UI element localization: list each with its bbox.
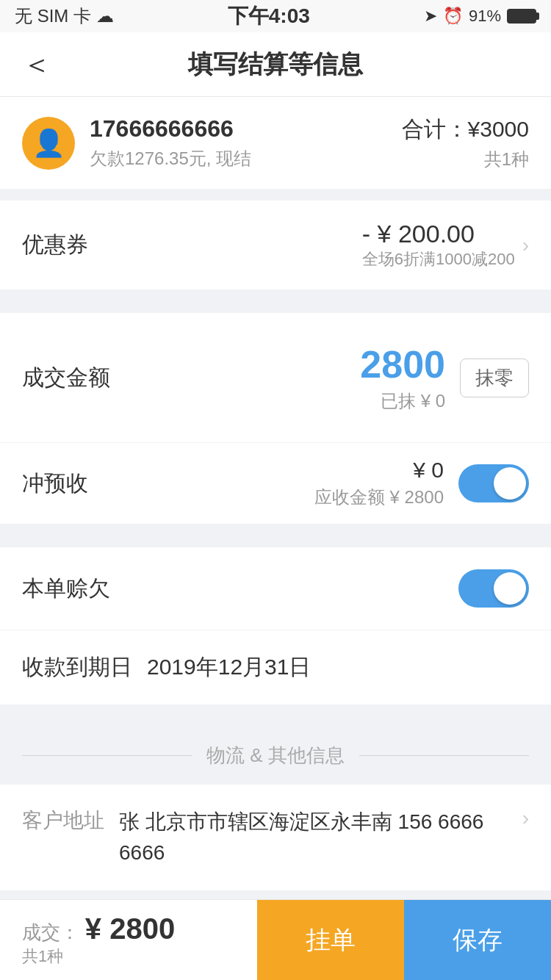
battery-icon <box>507 9 536 24</box>
status-left: 无 SIM 卡 ☁ <box>15 4 114 28</box>
bottom-count: 共1种 <box>22 945 235 968</box>
nav-bar: ＜ 填写结算等信息 <box>0 32 551 97</box>
customer-note: 欠款1276.35元, 现结 <box>90 147 251 170</box>
prepay-values: ¥ 0 应收金额 ¥ 2800 <box>314 458 444 509</box>
duedate-value: 2019年12月31日 <box>147 652 311 682</box>
logistics-divider: 物流 & 其他信息 <box>0 728 551 783</box>
logistics-line-left <box>22 755 192 756</box>
sim-status: 无 SIM 卡 ☁ <box>15 4 114 28</box>
amount-section: 成交金额 2800 已抹 ¥ 0 抹零 <box>0 313 551 442</box>
round-button[interactable]: 抹零 <box>460 359 529 397</box>
coupon-detail: 全场6折满1000减200 <box>362 248 515 270</box>
amount-right: 2800 已抹 ¥ 0 抹零 <box>360 342 529 413</box>
save-button[interactable]: 保存 <box>404 900 551 981</box>
address-label: 客户地址 <box>22 807 104 835</box>
location-icon: ➤ <box>424 7 437 26</box>
coupon-label: 优惠券 <box>22 230 88 260</box>
customer-right: 合计：¥3000 共1种 <box>402 115 529 171</box>
coupon-right: - ¥ 200.00 全场6折满1000减200 › <box>362 220 529 270</box>
address-value: 张 北京市市辖区海淀区永丰南 156 6666 6666 <box>119 807 508 868</box>
status-bar: 无 SIM 卡 ☁ 下午4:03 ➤ ⏰ 91% <box>0 0 551 32</box>
battery-text: 91% <box>469 7 501 26</box>
page-title: 填写结算等信息 <box>188 48 363 82</box>
prepay-right: ¥ 0 应收金额 ¥ 2800 <box>314 458 529 509</box>
customer-left: 👤 17666666666 欠款1276.35元, 现结 <box>22 115 251 170</box>
bottom-deal-row: 成交： ¥ 2800 <box>22 912 235 945</box>
prepay-label: 冲预收 <box>22 469 88 499</box>
amount-value: 2800 <box>360 343 445 386</box>
amount-row: 成交金额 2800 已抹 ¥ 0 抹零 <box>22 331 529 425</box>
prepay-row: 冲预收 ¥ 0 应收金额 ¥ 2800 <box>0 443 551 524</box>
coupon-discount: - ¥ 200.00 <box>362 220 515 248</box>
amount-label: 成交金额 <box>22 363 110 393</box>
bottom-summary: 成交： ¥ 2800 共1种 <box>0 912 257 968</box>
debt-toggle[interactable] <box>458 569 529 608</box>
prepay-toggle[interactable] <box>458 464 529 502</box>
total-value: 合计：¥3000 <box>402 115 529 145</box>
total-count: 共1种 <box>402 148 529 171</box>
logistics-text: 物流 & 其他信息 <box>206 743 345 768</box>
debt-label: 本单赊欠 <box>22 574 110 604</box>
debt-section: 本单赊欠 <box>0 547 551 630</box>
duedate-label: 收款到期日 <box>22 652 132 682</box>
prepay-amount: ¥ 0 <box>314 458 444 483</box>
duedate-section: 收款到期日 2019年12月31日 <box>0 630 551 705</box>
amount-sub: 已抹 ¥ 0 <box>360 389 445 413</box>
avatar: 👤 <box>22 117 75 170</box>
hang-sale-button[interactable]: 挂单 <box>257 900 404 981</box>
status-right: ➤ ⏰ 91% <box>424 7 536 26</box>
coupon-row[interactable]: 优惠券 - ¥ 200.00 全场6折满1000减200 › <box>0 201 551 289</box>
customer-phone: 17666666666 <box>90 115 251 143</box>
gray-divider-2 <box>0 524 551 536</box>
customer-info: 17666666666 欠款1276.35元, 现结 <box>90 115 251 170</box>
logistics-line-right <box>359 755 529 756</box>
bottom-deal-label: 成交： <box>22 921 79 943</box>
address-section[interactable]: 客户地址 张 北京市市辖区海淀区永丰南 156 6666 6666 › <box>0 785 551 890</box>
main-content: 👤 17666666666 欠款1276.35元, 现结 合计：¥3000 共1… <box>0 97 551 979</box>
customer-card: 👤 17666666666 欠款1276.35元, 现结 合计：¥3000 共1… <box>0 97 551 189</box>
bottom-bar: 成交： ¥ 2800 共1种 挂单 保存 <box>0 899 551 980</box>
chevron-right-icon: › <box>522 234 529 257</box>
gray-divider-3 <box>0 705 551 716</box>
gray-divider <box>0 301 551 313</box>
status-time: 下午4:03 <box>228 2 310 30</box>
alarm-icon: ⏰ <box>443 7 463 26</box>
back-button[interactable]: ＜ <box>22 44 51 84</box>
prepay-sub: 应收金额 ¥ 2800 <box>314 486 444 509</box>
bottom-amount: ¥ 2800 <box>85 912 175 945</box>
address-chevron-icon: › <box>522 807 529 830</box>
